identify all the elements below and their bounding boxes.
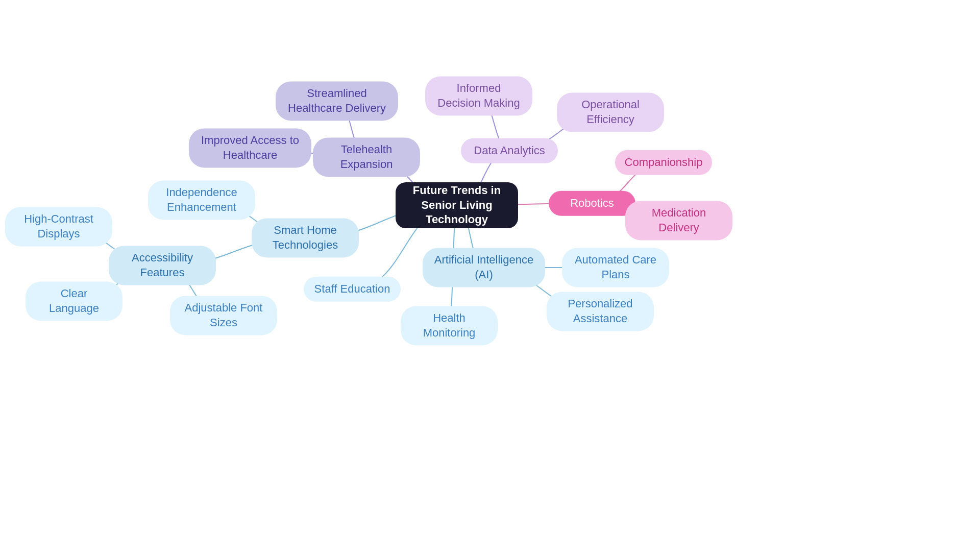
mindmap-node-high-contrast[interactable]: High-Contrast Displays [5,207,112,246]
mindmap-node-center[interactable]: Future Trends in Senior Living Technolog… [396,182,518,228]
mindmap-node-auto-care[interactable]: Automated Care Plans [562,248,669,287]
mindmap-node-smart-home[interactable]: Smart Home Technologies [252,218,359,257]
mindmap-node-informed[interactable]: Informed Decision Making [425,76,532,115]
mindmap-node-ai[interactable]: Artificial Intelligence (AI) [423,248,545,287]
mindmap-node-streamlined[interactable]: Streamlined Healthcare Delivery [276,81,398,121]
mindmap-node-telehealth[interactable]: Telehealth Expansion [313,137,420,177]
mindmap-node-robotics[interactable]: Robotics [549,191,635,216]
mindmap-node-data-analytics[interactable]: Data Analytics [461,138,558,163]
mindmap-node-improved[interactable]: Improved Access to Healthcare [189,128,311,167]
mindmap-node-personal-assist[interactable]: Personalized Assistance [547,292,654,331]
mindmap-node-operational[interactable]: Operational Efficiency [557,92,664,132]
mindmap-node-accessibility[interactable]: Accessibility Features [109,246,216,285]
mindmap-node-staff-ed[interactable]: Staff Education [304,277,401,302]
mindmap-node-health-mon[interactable]: Health Monitoring [401,306,498,345]
mindmap-container: Future Trends in Senior Living Technolog… [0,0,980,553]
mindmap-node-companionship[interactable]: Companionship [615,150,712,175]
mindmap-node-medication[interactable]: Medication Delivery [625,201,732,240]
mindmap-node-clear-lang[interactable]: Clear Language [26,281,122,321]
mindmap-node-independence[interactable]: Independence Enhancement [148,180,255,220]
mindmap-node-font-sizes[interactable]: Adjustable Font Sizes [170,296,277,335]
